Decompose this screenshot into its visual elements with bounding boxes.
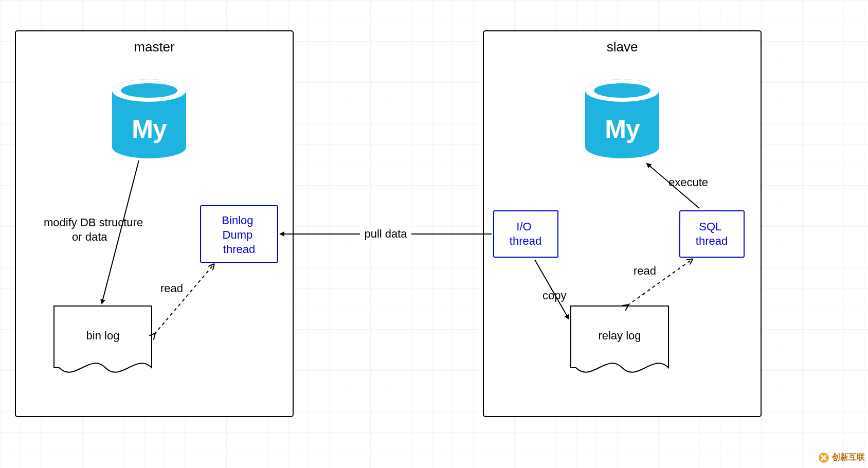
master-title: master — [134, 39, 175, 55]
binlog-label: bin log — [86, 329, 120, 342]
binlog-dump-thread-label: Binlog Dump thread — [222, 214, 256, 256]
edge-execute-label: execute — [668, 176, 708, 189]
relaylog-label: relay log — [598, 329, 641, 342]
mysql-label: My — [132, 115, 167, 143]
mysql-icon: My — [585, 79, 659, 158]
svg-point-4 — [121, 83, 177, 98]
svg-point-9 — [594, 83, 650, 98]
watermark: 创新互联 — [818, 452, 865, 464]
edge-pull-data-label: pull data — [364, 227, 407, 240]
edge-slave-read-label: read — [634, 264, 656, 277]
sql-thread-box — [680, 211, 744, 257]
edge-copy-label: copy — [542, 289, 566, 302]
edge-master-read-label: read — [160, 282, 183, 295]
io-thread-box — [494, 211, 558, 257]
mysql-icon: My — [112, 79, 186, 158]
mysql-label: My — [605, 115, 640, 143]
slave-title: slave — [607, 39, 638, 55]
